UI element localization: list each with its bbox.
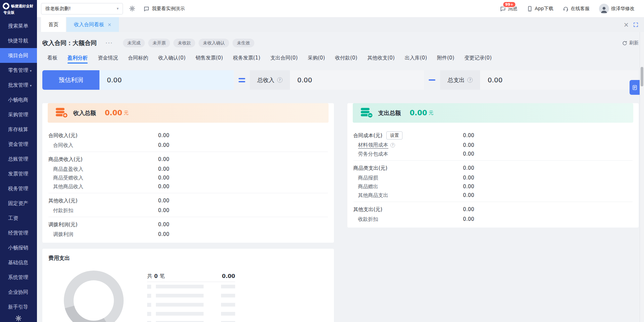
sidebar-item-project-contract[interactable]: 项目合同 bbox=[0, 48, 37, 63]
total-income-value: 0.00 bbox=[297, 76, 312, 84]
page-title: 收入合同：大额合同 bbox=[42, 39, 97, 47]
tab-stock-in-out[interactable]: 出入库(0) bbox=[400, 51, 432, 65]
brand-name: 畅捷通好业财 bbox=[11, 4, 33, 9]
more-actions-icon[interactable]: ··· bbox=[105, 40, 113, 46]
income-total-amount: 0.00 bbox=[105, 109, 122, 117]
tab-capital-status[interactable]: 资金情况 bbox=[93, 51, 123, 65]
headset-icon bbox=[563, 6, 569, 12]
messages-button[interactable]: 99+ 消息 bbox=[500, 6, 517, 12]
side-panel-toggle[interactable] bbox=[630, 80, 640, 95]
expense-total-card: 支出总额 0.00 元 合同成本(元)设置 0.00 bbox=[347, 103, 639, 228]
table-row: 其他收入(元)0.00 bbox=[48, 195, 328, 206]
close-tab-icon[interactable]: × bbox=[108, 22, 112, 27]
topbar-right-cluster: 99+ 消息 App下载 在线客服 徐泽华修改 bbox=[500, 4, 635, 14]
tab-tax-invoice[interactable]: 税务发票(1) bbox=[228, 51, 265, 65]
expense-total-unit: 元 bbox=[429, 110, 433, 116]
fee-total-row: 共 0 笔 0.00 bbox=[147, 271, 235, 282]
brand-edition: 专业版 bbox=[3, 10, 36, 15]
sidebar-item-system-management[interactable]: 系统管理 bbox=[0, 270, 37, 285]
sidebar-item-operations-management[interactable]: 经营管理 bbox=[0, 226, 37, 240]
info-icon[interactable] bbox=[467, 77, 473, 83]
income-table: 合同收入(元)0.00 合同收入0.00 商品类收入(元)0.00 商品盘盈收入… bbox=[42, 128, 334, 243]
cost-settings-button[interactable]: 设置 bbox=[386, 131, 402, 139]
scrollbar-thumb[interactable] bbox=[641, 67, 643, 86]
sidebar-item-basic-data[interactable]: 基础信息 bbox=[0, 255, 37, 270]
sidebar-item-ecommerce[interactable]: 小畅电商 bbox=[0, 92, 37, 107]
table-row: 合同收入(元)0.00 bbox=[48, 130, 328, 141]
coins-plus-icon bbox=[56, 108, 68, 118]
vertical-scrollbar[interactable] bbox=[640, 32, 644, 322]
tab-sales-invoice[interactable]: 销售发票(0) bbox=[190, 51, 228, 65]
workspace-select[interactable]: 徐老板勿删! ▾ bbox=[41, 3, 123, 14]
coins-minus-icon bbox=[361, 108, 373, 118]
close-icon[interactable]: × bbox=[624, 22, 629, 28]
app-download-button[interactable]: App下载 bbox=[527, 6, 553, 12]
user-menu[interactable]: 徐泽华修改 bbox=[599, 4, 635, 14]
total-income-label-box: 总收入 bbox=[250, 70, 290, 90]
chevron-down-icon: ▾ bbox=[30, 84, 32, 87]
sidebar-item-beginner-guide[interactable]: 新手引导 bbox=[0, 299, 37, 314]
online-service-button[interactable]: 在线客服 bbox=[563, 6, 590, 12]
minus-icon bbox=[424, 70, 440, 90]
expense-total-amount: 0.00 bbox=[410, 109, 427, 117]
tab-income-contract-board[interactable]: 收入合同看板 × bbox=[67, 17, 119, 32]
sidebar-item-search-menu[interactable]: 搜索菜单 bbox=[0, 18, 37, 33]
sidebar-item-invoice-management[interactable]: 发票管理 bbox=[0, 166, 37, 181]
sidebar-item-capital-management[interactable]: 资金管理 bbox=[0, 137, 37, 152]
fullscreen-icon[interactable] bbox=[633, 22, 639, 28]
tab-attachments[interactable]: 附件(0) bbox=[432, 51, 459, 65]
fee-expense-title: 费用支出 bbox=[48, 255, 328, 262]
sidebar-item-procurement[interactable]: 采购管理 bbox=[0, 107, 37, 122]
analysis-cards: 收入总额 0.00 元 合同收入(元)0.00 合同收入0.00 商品类收入(元… bbox=[42, 98, 639, 322]
tab-other-income-expense[interactable]: 其他收支(0) bbox=[362, 51, 400, 65]
tab-expense-contract[interactable]: 支出合同(0) bbox=[265, 51, 303, 65]
info-icon[interactable] bbox=[390, 143, 395, 148]
info-icon[interactable] bbox=[277, 77, 283, 83]
sidebar-settings-gear-icon[interactable] bbox=[0, 314, 37, 322]
sidebar-item-tax-management[interactable]: 税务管理 bbox=[0, 181, 37, 196]
expense-table: 合同成本(元)设置 0.00 材料领用成本 0.00 劳务分包成本0.00 bbox=[347, 128, 639, 228]
table-row: 其他商品支出0.00 bbox=[353, 191, 633, 200]
sidebar-item-expense-claims[interactable]: 小畅报销 bbox=[0, 240, 37, 255]
demo-link[interactable]: 我要看实例演示 bbox=[143, 6, 185, 12]
tab-home[interactable]: 首页 bbox=[41, 17, 66, 32]
page-content: 收入合同：大额合同 ··· 未完成 未开票 未收款 未收入确认 未生效 刷新 看… bbox=[37, 32, 644, 322]
tab-revenue-confirmation[interactable]: 收入确认(0) bbox=[153, 51, 190, 65]
table-row: 合同成本(元)设置 0.00 bbox=[353, 130, 633, 141]
table-row: 调拨利润0.00 bbox=[48, 230, 328, 239]
tab-profit-analysis[interactable]: 盈利分析 bbox=[62, 51, 93, 65]
estimated-profit-button[interactable]: 预估利润 bbox=[42, 70, 99, 90]
table-row: 合同收入0.00 bbox=[48, 141, 328, 150]
refresh-button[interactable]: 刷新 bbox=[622, 40, 639, 46]
person-icon bbox=[600, 5, 608, 14]
table-row: 商品盘盈收入0.00 bbox=[48, 165, 328, 173]
sidebar-item-payroll[interactable]: 工资 bbox=[0, 211, 37, 226]
tab-kanban[interactable]: 看板 bbox=[42, 51, 62, 65]
expense-column: 支出总额 0.00 元 合同成本(元)设置 0.00 bbox=[347, 98, 639, 228]
table-row: 调拨利润(元)0.00 bbox=[48, 219, 328, 230]
topbar-gear-icon[interactable] bbox=[129, 5, 135, 12]
sidebar-item-inventory-accounting[interactable]: 库存核算 bbox=[0, 122, 37, 137]
tab-contract-subject[interactable]: 合同标的 bbox=[123, 51, 153, 65]
tab-receipts-payments[interactable]: 收付款(0) bbox=[330, 51, 362, 65]
sidebar-item-enterprise-collaboration[interactable]: 企业协同 bbox=[0, 285, 37, 299]
skeleton-row bbox=[147, 291, 235, 300]
sidebar-item-fixed-assets[interactable]: 固定资产 bbox=[0, 196, 37, 211]
table-row: 付款折扣0.00 bbox=[48, 206, 328, 215]
workspace-select-value: 徐老板勿删! bbox=[45, 6, 71, 12]
estimated-profit-value-strip: 0.00 bbox=[99, 70, 234, 90]
sidebar-item-wholesale-management[interactable]: 批发管理▾ bbox=[0, 78, 37, 92]
refresh-icon bbox=[622, 41, 627, 46]
income-column: 收入总额 0.00 元 合同收入(元)0.00 合同收入0.00 商品类收入(元… bbox=[42, 98, 334, 322]
material-cost-link[interactable]: 材料领用成本 bbox=[358, 142, 388, 149]
expense-banner: 支出总额 0.00 元 bbox=[353, 103, 634, 123]
sidebar-item-quick-navigation[interactable]: 快捷导航 bbox=[0, 33, 37, 48]
tab-procurement[interactable]: 采购(0) bbox=[303, 51, 330, 65]
phone-icon bbox=[527, 6, 533, 12]
sidebar-item-retail-management[interactable]: 零售管理▾ bbox=[0, 63, 37, 78]
sidebar-item-general-ledger[interactable]: 总账管理 bbox=[0, 152, 37, 166]
brand-logo-icon bbox=[3, 3, 9, 9]
page-tabstrip: 首页 收入合同看板 × × bbox=[37, 17, 644, 32]
tab-change-records[interactable]: 变更记录(0) bbox=[459, 51, 497, 65]
table-row: 材料领用成本 0.00 bbox=[353, 141, 633, 150]
